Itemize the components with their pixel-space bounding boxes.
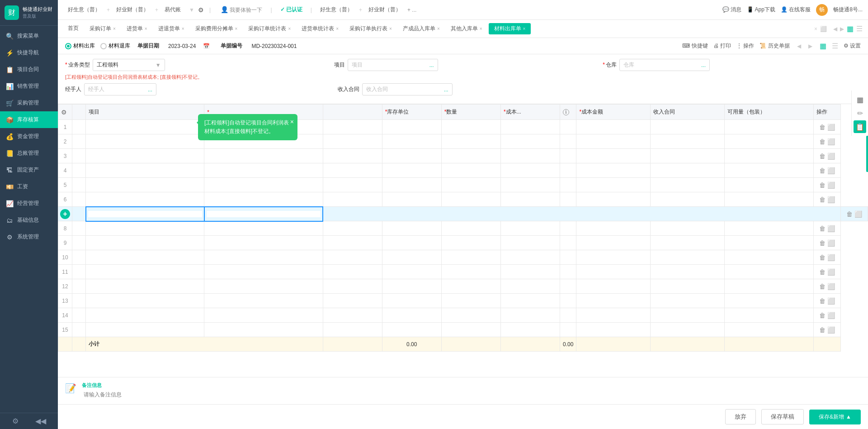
handler-select[interactable]: 经手人 ... <box>84 83 156 95</box>
shortcut-btn[interactable]: ⌨ 快捷键 <box>682 42 708 50</box>
date-value[interactable]: 2023-03-24 <box>168 43 196 49</box>
tab-purchase-exec[interactable]: 采购订单执行表 × <box>345 23 396 34</box>
project-ellipsis[interactable]: ... <box>429 62 434 68</box>
view-toggle-list[interactable]: ☰ <box>832 42 838 50</box>
right-edit-icon[interactable]: ✏ <box>854 107 866 119</box>
tab-inbound-stats[interactable]: 进货单统计表 × <box>297 23 343 34</box>
sidebar-item-ops[interactable]: 📈 经营管理 <box>0 195 58 212</box>
experience-btn[interactable]: 👤 我要体验一下 <box>216 3 267 17</box>
user-avatar[interactable]: 畅 <box>816 4 828 16</box>
ops-btn[interactable]: ⋮ 操作 <box>736 42 754 50</box>
collapse-icon[interactable]: ◀◀ <box>35 417 46 425</box>
delete-row-icon[interactable]: 🗑 <box>819 196 826 203</box>
warehouse-select[interactable]: 仓库 ... <box>619 59 710 71</box>
copy-row-icon[interactable]: ⬜ <box>827 225 835 232</box>
tab-purchase-in[interactable]: 进货单 × <box>122 23 152 34</box>
tab-finished-in[interactable]: 产成品入库单 × <box>398 23 444 34</box>
add-row-input-1[interactable] <box>88 211 202 217</box>
tooltip-close-btn[interactable]: × <box>290 117 294 127</box>
copy-row-icon[interactable]: ⬜ <box>827 326 835 334</box>
sidebar-item-basic[interactable]: 🗂 基础信息 <box>0 212 58 229</box>
delete-row-icon[interactable]: 🗑 <box>819 312 826 319</box>
delete-row-icon[interactable]: 🗑 <box>819 254 826 261</box>
save-draft-button[interactable]: 保存草稿 <box>761 409 804 424</box>
discard-button[interactable]: 放弃 <box>725 409 756 424</box>
tab-purchase-return[interactable]: 进退货单 × <box>154 23 189 34</box>
close-finished-in[interactable]: × <box>437 26 440 31</box>
copy-row-icon[interactable]: ⬜ <box>827 283 835 290</box>
app-download-btn[interactable]: 📱 App下载 <box>747 6 775 14</box>
topbar-brand-item-2[interactable]: 易代账 <box>160 3 185 16</box>
copy-row-icon[interactable]: ⬜ <box>827 153 835 160</box>
tab-other-in[interactable]: 其他入库单 × <box>446 23 487 34</box>
view-toggle-grid[interactable]: ▦ <box>820 42 826 50</box>
settings-btn[interactable]: ⚙ 设置 <box>844 42 861 50</box>
msg-btn[interactable]: 💬 消息 <box>722 6 741 14</box>
service-btn[interactable]: 👤 在线客服 <box>781 6 811 14</box>
close-material-out[interactable]: × <box>523 26 526 31</box>
add-row-button[interactable]: + <box>60 209 70 219</box>
sidebar-item-sales[interactable]: 📊 销售管理 <box>0 78 58 95</box>
history-btn[interactable]: 📜 历史单据 <box>760 42 789 50</box>
handler-ellipsis[interactable]: ... <box>148 86 152 93</box>
remark-input[interactable] <box>82 390 153 400</box>
tab-material-out[interactable]: 材料出库单 × <box>489 23 531 34</box>
delete-row-icon[interactable]: 🗑 <box>819 124 826 131</box>
delete-row-icon[interactable]: 🗑 <box>819 326 826 334</box>
sidebar-item-ledger[interactable]: 📒 总账管理 <box>0 145 58 162</box>
sidebar-item-finance[interactable]: 💰 资金管理 <box>0 128 58 145</box>
sidebar-item-search[interactable]: 🔍 搜索菜单 <box>0 28 58 44</box>
income-contract-select[interactable]: 收入合同 ... <box>362 83 453 95</box>
right-table-view-icon[interactable]: ▦ <box>854 93 866 106</box>
copy-row-icon[interactable]: ⬜ <box>827 181 835 189</box>
close-purchase-return[interactable]: × <box>182 26 184 31</box>
th-info-icon[interactable]: ℹ <box>560 105 576 120</box>
tab-purchase-order[interactable]: 采购订单 × <box>85 23 120 34</box>
tab-purchase-expense[interactable]: 采购费用分摊单 × <box>191 23 242 34</box>
column-settings-icon[interactable]: ⚙ <box>61 109 67 116</box>
delete-row-icon[interactable]: 🗑 <box>819 225 826 232</box>
close-purchase-order[interactable]: × <box>113 26 116 31</box>
topbar-good-biz[interactable]: 好生意（普） <box>316 3 357 16</box>
delete-row-icon[interactable]: 🗑 <box>819 268 826 276</box>
close-purchase-in[interactable]: × <box>145 26 147 31</box>
copy-row-icon[interactable]: ⬜ <box>827 312 835 319</box>
radio-material-return[interactable]: 材料退库 <box>100 42 130 50</box>
sidebar-item-inventory[interactable]: 📦 库存核算 <box>0 111 58 128</box>
user-name[interactable]: 畅捷通8号... <box>833 6 863 14</box>
delete-row-icon[interactable]: 🗑 <box>819 283 826 290</box>
copy-row7-icon[interactable]: ⬜ <box>854 210 862 218</box>
save-new-button[interactable]: 保存&新增 ▲ <box>809 410 861 424</box>
project-select[interactable]: 项目 ... <box>348 59 438 71</box>
close-other-in[interactable]: × <box>480 26 482 31</box>
copy-row-icon[interactable]: ⬜ <box>827 167 835 174</box>
topbar-good-finance[interactable]: 好业财（普） <box>364 3 406 16</box>
billno-value[interactable]: MD-20230324-001 <box>251 43 297 49</box>
sidebar-item-project[interactable]: 📋 项目合同 <box>0 61 58 78</box>
delete-row-icon[interactable]: 🗑 <box>819 297 826 305</box>
sidebar-item-purchase[interactable]: 🛒 采购管理 <box>0 95 58 111</box>
delete-row-icon[interactable]: 🗑 <box>819 239 826 247</box>
tab-home[interactable]: 首页 <box>63 23 83 35</box>
income-contract-ellipsis[interactable]: ... <box>444 86 448 93</box>
topbar-brand-item-1[interactable]: 好业财（普） <box>112 3 153 16</box>
sidebar-item-quicknav[interactable]: ⚡ 快捷导航 <box>0 44 58 61</box>
biz-type-select[interactable]: 工程领料 ▼ <box>93 59 165 71</box>
copy-row-icon[interactable]: ⬜ <box>827 124 835 131</box>
copy-row-icon[interactable]: ⬜ <box>827 196 835 203</box>
copy-row-icon[interactable]: ⬜ <box>827 297 835 305</box>
settings-bottom-icon[interactable]: ⚙ <box>12 417 19 425</box>
date-icon[interactable]: 📅 <box>203 43 210 49</box>
add-row-input-2[interactable] <box>207 211 321 217</box>
copy-row-icon[interactable]: ⬜ <box>827 268 835 276</box>
copy-row-icon[interactable]: ⬜ <box>827 239 835 247</box>
delete-row-icon[interactable]: 🗑 <box>819 181 826 189</box>
topbar-settings-icon[interactable]: ⚙ <box>198 6 204 14</box>
close-purchase-expense[interactable]: × <box>235 26 238 31</box>
radio-material-out[interactable]: 材料出库 <box>65 42 95 50</box>
print-btn[interactable]: 🖨 打印 <box>713 42 731 50</box>
copy-row-icon[interactable]: ⬜ <box>827 138 835 145</box>
copy-row-icon[interactable]: ⬜ <box>827 254 835 261</box>
delete-row-icon[interactable]: 🗑 <box>819 153 826 160</box>
th-settings[interactable]: ⚙ <box>58 105 72 120</box>
